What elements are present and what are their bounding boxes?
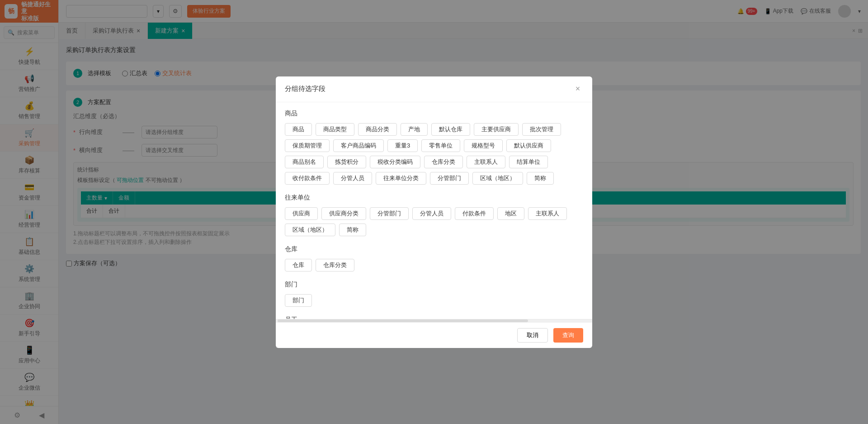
field-tag[interactable]: 仓库: [285, 259, 312, 272]
modal-overlay: 分组待选字段 × 商品 商品 商品类型 商品分类 产地 默认仓库 主要供应商 批…: [0, 0, 868, 424]
field-group-department: 部门 部门: [285, 281, 583, 307]
field-tag[interactable]: 区域（地区）: [285, 224, 335, 236]
field-tag[interactable]: 结算单位: [509, 156, 548, 168]
field-group-employee: 员工 业务员: [285, 316, 583, 319]
field-tag[interactable]: 仓库分类: [424, 156, 463, 168]
field-group-partner: 往来单位 供应商 供应商分类 分管部门 分管人员 付款条件 地区 主联系人 区域…: [285, 194, 583, 236]
field-group-partner-title: 往来单位: [285, 194, 583, 202]
field-tag[interactable]: 主联系人: [467, 156, 505, 168]
field-tag[interactable]: 商品: [285, 123, 312, 136]
field-tag[interactable]: 分管部门: [430, 172, 469, 185]
field-tags-warehouse: 仓库 仓库分类: [285, 259, 583, 272]
field-tag[interactable]: 产地: [401, 123, 428, 136]
field-tag[interactable]: 税收分类编码: [370, 156, 420, 168]
modal-confirm-button[interactable]: 查询: [553, 328, 583, 343]
modal-footer: 取消 查询: [276, 322, 592, 348]
field-tag[interactable]: 往来单位分类: [376, 172, 426, 185]
field-tag[interactable]: 重量3: [387, 139, 418, 152]
modal-header: 分组待选字段 ×: [276, 76, 592, 102]
field-tag[interactable]: 部门: [285, 294, 312, 307]
field-tags-partner: 供应商 供应商分类 分管部门 分管人员 付款条件 地区 主联系人 区域（地区） …: [285, 207, 583, 236]
field-group-employee-title: 员工: [285, 316, 583, 319]
field-tags-product: 商品 商品类型 商品分类 产地 默认仓库 主要供应商 批次管理 保质期管理 客户…: [285, 123, 583, 185]
field-tags-department: 部门: [285, 294, 583, 307]
field-tag[interactable]: 简称: [339, 224, 366, 236]
field-tag[interactable]: 保质期管理: [285, 139, 330, 152]
field-tag[interactable]: 商品分类: [358, 123, 397, 136]
field-group-department-title: 部门: [285, 281, 583, 289]
field-group-warehouse-title: 仓库: [285, 245, 583, 253]
field-group-product: 商品 商品 商品类型 商品分类 产地 默认仓库 主要供应商 批次管理 保质期管理…: [285, 110, 583, 185]
field-group-product-title: 商品: [285, 110, 583, 118]
modal-cancel-button[interactable]: 取消: [517, 328, 548, 343]
field-tag[interactable]: 商品别名: [285, 156, 324, 168]
field-tag[interactable]: 拣货积分: [327, 156, 366, 168]
field-tag[interactable]: 主要供应商: [474, 123, 519, 136]
field-tag[interactable]: 规格型号: [464, 139, 503, 152]
modal-title: 分组待选字段: [285, 85, 326, 93]
field-tag[interactable]: 零售单位: [421, 139, 460, 152]
field-tag[interactable]: 供应商: [285, 207, 318, 220]
field-tag[interactable]: 分管部门: [370, 207, 409, 220]
field-tag[interactable]: 地区: [497, 207, 524, 220]
field-tag[interactable]: 客户商品编码: [333, 139, 384, 152]
field-tag[interactable]: 付款条件: [455, 207, 494, 220]
modal-body: 商品 商品 商品类型 商品分类 产地 默认仓库 主要供应商 批次管理 保质期管理…: [276, 102, 592, 319]
field-tag[interactable]: 收付款条件: [285, 172, 330, 185]
field-tag[interactable]: 区域（地区）: [472, 172, 523, 185]
modal-horizontal-scrollbar[interactable]: [276, 319, 592, 322]
field-tag[interactable]: 默认仓库: [431, 123, 470, 136]
field-tag[interactable]: 默认供应商: [506, 139, 551, 152]
field-tag[interactable]: 仓库分类: [316, 259, 354, 272]
modal-close-button[interactable]: ×: [572, 84, 583, 95]
field-tag[interactable]: 简称: [527, 172, 554, 185]
field-tag[interactable]: 分管人员: [412, 207, 451, 220]
field-tag[interactable]: 主联系人: [528, 207, 567, 220]
field-select-modal: 分组待选字段 × 商品 商品 商品类型 商品分类 产地 默认仓库 主要供应商 批…: [276, 76, 592, 348]
field-tag[interactable]: 分管人员: [333, 172, 372, 185]
field-group-warehouse: 仓库 仓库 仓库分类: [285, 245, 583, 272]
field-tag[interactable]: 供应商分类: [321, 207, 366, 220]
field-tag[interactable]: 商品类型: [316, 123, 354, 136]
field-tag[interactable]: 批次管理: [522, 123, 561, 136]
